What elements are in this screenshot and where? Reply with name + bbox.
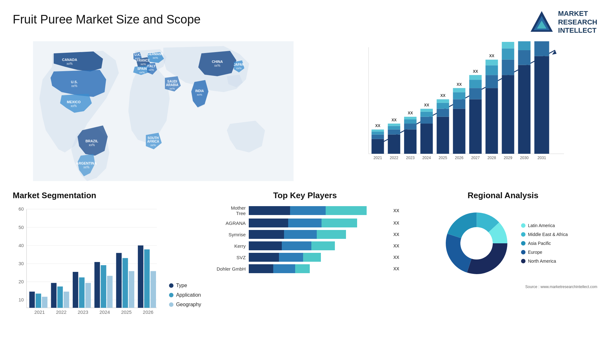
top-section: CANADA xx% U.S. xx% MEXICO xx% BRAZIL xx…: [13, 41, 597, 181]
segmentation-legend: Type Application Geography: [169, 283, 201, 317]
svg-text:xx%: xx%: [151, 144, 156, 147]
middle-east-africa-label: Middle East & Africa: [528, 232, 568, 237]
player-name: Dohler GmbH: [211, 266, 246, 272]
segmentation-chart: 60 50 40 30 20 10: [13, 205, 163, 317]
svg-text:MEXICO: MEXICO: [67, 100, 81, 104]
svg-rect-72: [453, 92, 465, 99]
list-item: AGRANA XX: [211, 219, 399, 227]
svg-rect-78: [469, 80, 482, 88]
svg-rect-54: [404, 119, 417, 124]
regional-title: Regional Analysis: [409, 191, 597, 200]
player-bar-container: [249, 230, 388, 239]
svg-rect-47: [388, 130, 400, 135]
legend-north-america: North America: [521, 259, 568, 264]
svg-text:xx%: xx%: [67, 62, 73, 65]
player-name: SVZ: [211, 255, 246, 260]
svg-text:2025: 2025: [439, 156, 447, 160]
player-name: MotherTree: [211, 205, 246, 216]
players-list: MotherTree XX AGRANA: [211, 205, 399, 273]
svg-text:xx%: xx%: [141, 63, 146, 66]
svg-rect-89: [502, 60, 514, 75]
svg-text:CANADA: CANADA: [62, 58, 77, 62]
svg-text:xx%: xx%: [71, 104, 77, 108]
svg-text:XX: XX: [375, 124, 380, 128]
svg-point-147: [460, 227, 493, 260]
svg-text:2022: 2022: [56, 310, 66, 315]
svg-rect-94: [518, 65, 531, 154]
logo: MARKET RESEARCH INTELLECT: [529, 10, 597, 35]
svg-rect-79: [469, 75, 482, 80]
svg-rect-66: [437, 103, 449, 109]
svg-rect-64: [437, 117, 449, 154]
geography-label: Geography: [176, 302, 201, 307]
legend-middle-east-africa: Middle East & Africa: [521, 232, 568, 237]
svg-rect-49: [388, 124, 400, 126]
svg-rect-135: [151, 271, 156, 308]
type-label: Type: [176, 283, 187, 288]
player-value: XX: [393, 232, 399, 237]
source-text: Source : www.marketresearchintellect.com: [409, 285, 597, 289]
svg-rect-61: [420, 109, 433, 111]
svg-text:XX: XX: [440, 93, 445, 98]
svg-text:SAUDI: SAUDI: [167, 80, 177, 83]
svg-rect-67: [437, 99, 449, 103]
svg-text:XX: XX: [408, 111, 413, 115]
list-item: Kerry XX: [211, 241, 399, 250]
svg-rect-96: [518, 41, 531, 50]
svg-text:ARABIA: ARABIA: [166, 83, 179, 87]
svg-text:INDIA: INDIA: [195, 89, 204, 93]
player-value: XX: [393, 266, 399, 271]
players-title: Top Key Players: [211, 191, 399, 200]
regional-legend: Latin America Middle East & Africa Asia …: [521, 223, 568, 264]
growth-bar-chart: XX 2021 XX 2022 XX 2023 XX 2024: [323, 41, 597, 181]
svg-rect-43: [372, 130, 384, 132]
svg-rect-91: [502, 42, 514, 49]
svg-rect-82: [485, 88, 498, 154]
svg-text:2022: 2022: [390, 156, 398, 160]
svg-rect-101: [534, 41, 549, 56]
donut-chart: [438, 205, 515, 281]
svg-text:xx%: xx%: [236, 67, 242, 70]
svg-text:ITALY: ITALY: [147, 64, 156, 68]
svg-text:U.S.: U.S.: [71, 80, 78, 84]
legend-europe: Europe: [521, 250, 568, 255]
svg-text:2021: 2021: [374, 156, 382, 160]
svg-rect-58: [420, 124, 433, 154]
svg-rect-134: [129, 271, 134, 308]
asia-pacific-label: Asia Pacific: [528, 241, 551, 246]
player-bar-container: [249, 241, 388, 250]
svg-rect-127: [101, 265, 106, 308]
svg-text:AFRICA: AFRICA: [147, 140, 159, 143]
svg-rect-119: [51, 283, 57, 308]
svg-rect-129: [144, 249, 150, 308]
legend-latin-america: Latin America: [521, 223, 568, 228]
svg-text:CHINA: CHINA: [212, 60, 223, 64]
svg-text:xx%: xx%: [214, 64, 220, 67]
geography-dot: [169, 302, 173, 307]
svg-rect-122: [116, 253, 122, 308]
list-item: Dohler GmbH XX: [211, 264, 399, 273]
list-item: SVZ XX: [211, 253, 399, 262]
legend-asia-pacific: Asia Pacific: [521, 241, 568, 246]
svg-text:xx%: xx%: [89, 143, 95, 147]
svg-rect-130: [42, 297, 47, 308]
svg-text:JAPAN: JAPAN: [234, 63, 244, 66]
svg-rect-53: [404, 124, 417, 130]
svg-text:2026: 2026: [455, 156, 464, 160]
middle-east-africa-dot: [521, 232, 525, 237]
svg-text:BRAZIL: BRAZIL: [85, 139, 98, 143]
application-dot: [169, 293, 173, 297]
svg-rect-131: [64, 292, 69, 308]
svg-text:2023: 2023: [406, 156, 415, 160]
svg-rect-90: [502, 48, 514, 59]
svg-rect-84: [485, 65, 498, 75]
svg-rect-100: [534, 56, 549, 154]
svg-rect-123: [138, 246, 143, 308]
svg-text:XX: XX: [424, 103, 429, 107]
svg-text:2027: 2027: [471, 156, 480, 160]
asia-pacific-dot: [521, 241, 525, 246]
legend-geography: Geography: [169, 302, 201, 307]
svg-text:SPAIN: SPAIN: [137, 67, 147, 71]
svg-rect-128: [122, 258, 128, 308]
svg-text:60: 60: [18, 206, 24, 212]
